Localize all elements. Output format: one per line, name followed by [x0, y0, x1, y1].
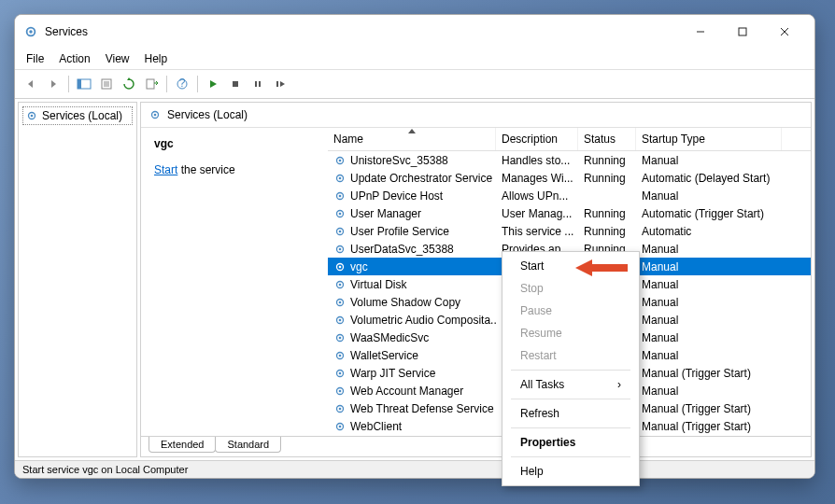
cell-name: WalletService: [350, 349, 418, 362]
menu-help[interactable]: Help: [145, 52, 168, 65]
svg-point-1: [29, 30, 33, 34]
svg-point-54: [339, 425, 342, 427]
svg-rect-3: [739, 28, 746, 35]
pause-service-button[interactable]: [248, 74, 268, 94]
menu-file[interactable]: File: [26, 52, 44, 65]
svg-point-22: [154, 114, 157, 117]
app-icon: [24, 25, 37, 38]
cell-startup: Manual: [636, 154, 782, 167]
back-button[interactable]: [21, 74, 41, 94]
cell-name: Warp JIT Service: [350, 367, 435, 380]
gear-icon: [333, 260, 347, 273]
svg-point-42: [339, 318, 342, 321]
svg-rect-12: [147, 79, 154, 89]
tree-pane[interactable]: Services (Local): [18, 102, 137, 457]
service-row[interactable]: User Profile ServiceThis service ...Runn…: [328, 222, 811, 240]
svg-point-44: [339, 336, 342, 339]
svg-point-34: [339, 247, 342, 250]
maximize-button[interactable]: [721, 18, 763, 46]
col-status[interactable]: Status: [578, 128, 636, 150]
detail-header-label: Services (Local): [167, 108, 248, 121]
menu-view[interactable]: View: [106, 52, 130, 65]
cell-startup: Manual: [636, 278, 782, 291]
svg-rect-15: [233, 81, 238, 87]
cell-name: Virtual Disk: [350, 278, 406, 291]
cell-name: UnistoreSvc_35388: [350, 154, 448, 167]
ctx-all-tasks[interactable]: All Tasks›: [505, 373, 636, 396]
selected-service-name: vgc: [154, 137, 315, 150]
col-name[interactable]: Name: [328, 128, 496, 150]
menu-action[interactable]: Action: [59, 52, 90, 65]
svg-point-24: [339, 159, 342, 161]
svg-point-52: [339, 407, 342, 410]
properties-button[interactable]: [96, 74, 117, 94]
gear-icon: [333, 349, 347, 362]
svg-point-20: [31, 115, 34, 118]
cell-name: Volume Shadow Copy: [350, 296, 460, 309]
cell-status: Running: [578, 207, 636, 220]
service-row[interactable]: User ManagerUser Manag...RunningAutomati…: [328, 204, 811, 222]
cell-name: vgc: [350, 260, 368, 273]
cell-startup: Manual: [636, 385, 782, 398]
svg-point-48: [339, 371, 342, 374]
cell-startup: Automatic (Trigger Start): [636, 207, 782, 220]
ctx-stop: Stop: [505, 277, 636, 300]
ctx-start[interactable]: Start: [505, 255, 636, 277]
cell-desc: Allows UPn...: [496, 189, 578, 203]
gear-icon: [333, 278, 347, 291]
cell-name: User Manager: [350, 207, 421, 220]
cell-startup: Manual: [636, 349, 782, 362]
cell-desc: Handles sto...: [496, 154, 578, 167]
context-menu: Start Stop Pause Resume Restart All Task…: [502, 251, 640, 479]
gear-icon: [333, 314, 347, 327]
svg-point-30: [339, 212, 342, 215]
titlebar[interactable]: Services: [15, 15, 814, 49]
ctx-refresh[interactable]: Refresh: [505, 402, 636, 425]
cell-name: UPnP Device Host: [350, 189, 443, 203]
show-hide-tree-button[interactable]: [74, 74, 94, 94]
gear-icon: [333, 172, 347, 185]
cell-startup: Manual: [636, 331, 782, 344]
service-row[interactable]: Update Orchestrator ServiceManages Wi...…: [328, 169, 811, 187]
ctx-help[interactable]: Help: [505, 460, 636, 479]
col-desc[interactable]: Description: [496, 128, 578, 150]
forward-button[interactable]: [43, 74, 64, 94]
stop-service-button[interactable]: [225, 74, 246, 94]
services-window: Services File Action View Help ?: [14, 14, 815, 479]
cell-startup: Manual (Trigger Start): [636, 420, 782, 433]
gear-icon: [333, 385, 347, 398]
refresh-button[interactable]: [119, 74, 139, 94]
detail-header: Services (Local): [141, 103, 811, 128]
help-button[interactable]: ?: [172, 74, 192, 94]
column-headers[interactable]: Name Description Status Startup Type: [328, 128, 811, 151]
service-row[interactable]: UnistoreSvc_35388Handles sto...RunningMa…: [328, 151, 811, 169]
cell-name: User Profile Service: [350, 225, 449, 238]
svg-rect-17: [259, 81, 261, 87]
export-button[interactable]: [141, 74, 162, 94]
toolbar: ?: [15, 69, 814, 99]
svg-rect-7: [78, 79, 81, 89]
ctx-pause: Pause: [505, 300, 636, 322]
cell-startup: Manual: [636, 189, 782, 203]
col-startup[interactable]: Startup Type: [636, 128, 782, 150]
start-service-button[interactable]: [203, 74, 223, 94]
tree-root[interactable]: Services (Local): [22, 106, 133, 125]
minimize-button[interactable]: [679, 18, 721, 46]
view-tabs: Extended Standard: [141, 436, 811, 456]
cell-name: Web Account Manager: [350, 385, 463, 398]
close-button[interactable]: [763, 18, 805, 46]
start-service-link[interactable]: Start: [154, 163, 177, 176]
tab-extended[interactable]: Extended: [149, 437, 216, 453]
cell-name: UserDataSvc_35388: [350, 243, 454, 256]
ctx-restart: Restart: [505, 344, 636, 367]
gear-icon: [333, 296, 347, 309]
svg-point-28: [339, 194, 342, 197]
gear-icon: [333, 402, 347, 415]
ctx-properties[interactable]: Properties: [505, 431, 636, 454]
cell-status: Running: [578, 154, 636, 167]
info-pane: vgc Start the service: [141, 128, 328, 436]
gear-icon: [333, 243, 347, 256]
tab-standard[interactable]: Standard: [215, 437, 281, 453]
service-row[interactable]: UPnP Device HostAllows UPn...Manual: [328, 187, 811, 204]
restart-service-button[interactable]: [270, 74, 290, 94]
